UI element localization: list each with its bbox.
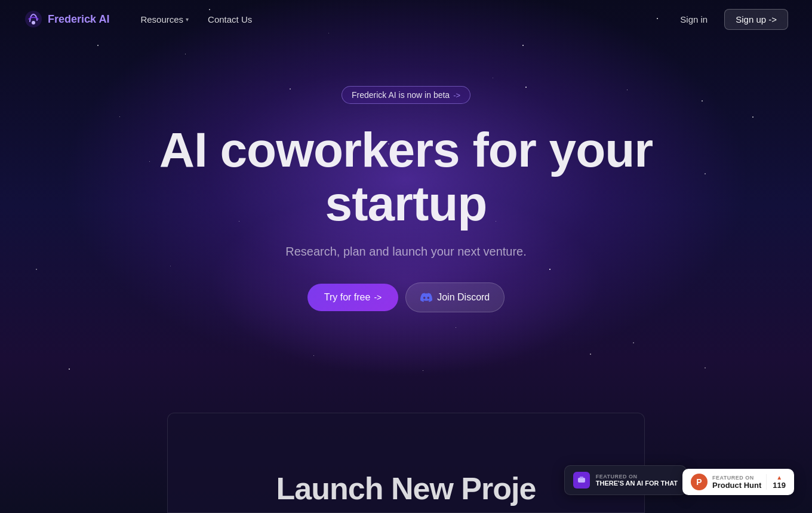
try-arrow: -> [374, 293, 382, 302]
svg-rect-3 [580, 477, 583, 478]
hero-title: AI coworkers for your startup [159, 123, 653, 231]
chevron-down-icon: ▾ [186, 16, 189, 23]
ai-icon [577, 475, 586, 485]
ai-badge-icon [573, 472, 590, 489]
join-discord-button[interactable]: Join Discord [405, 282, 505, 312]
beta-arrow: -> [453, 91, 460, 100]
launch-text: Launch New Proje [276, 471, 536, 506]
ai-badge-text: FEATURED ON THERE'S AN AI FOR THAT [596, 474, 678, 487]
logo-name: Frederick AI [48, 13, 109, 26]
nav-resources[interactable]: Resources ▾ [133, 11, 196, 28]
svg-rect-2 [578, 478, 585, 483]
logo[interactable]: Frederick AI [24, 10, 109, 29]
signup-button[interactable]: Sign up -> [724, 9, 788, 30]
signin-button[interactable]: Sign in [670, 10, 717, 29]
nav-left: Frederick AI Resources ▾ Contact Us [24, 10, 259, 29]
product-hunt-badge[interactable]: P FEATURED ON Product Hunt ▲ 119 [682, 469, 794, 495]
nav-contact[interactable]: Contact Us [201, 11, 259, 28]
upvote-arrow-icon: ▲ [776, 474, 782, 481]
svg-point-1 [32, 21, 35, 24]
try-free-button[interactable]: Try for free -> [307, 284, 398, 311]
beta-badge[interactable]: Frederick AI is now in beta -> [342, 86, 470, 104]
product-hunt-text: FEATURED ON Product Hunt [712, 475, 761, 490]
hero-subtitle: Research, plan and launch your next vent… [285, 245, 527, 259]
logo-icon [24, 10, 43, 29]
discord-icon [420, 291, 432, 303]
hero-buttons: Try for free -> Join Discord [307, 282, 505, 312]
ai-for-that-badge[interactable]: FEATURED ON THERE'S AN AI FOR THAT [564, 465, 687, 495]
nav-links: Resources ▾ Contact Us [133, 11, 259, 28]
preview-section: Launch New Proje [167, 413, 645, 513]
navbar: Frederick AI Resources ▾ Contact Us Sign… [0, 0, 812, 38]
product-hunt-logo: P [691, 474, 708, 490]
preview-card: Launch New Proje [167, 413, 645, 513]
nav-right: Sign in Sign up -> [670, 9, 788, 30]
svg-point-0 [25, 11, 42, 27]
product-hunt-count: ▲ 119 [766, 474, 786, 490]
hero-section: Frederick AI is now in beta -> AI cowork… [0, 38, 812, 312]
